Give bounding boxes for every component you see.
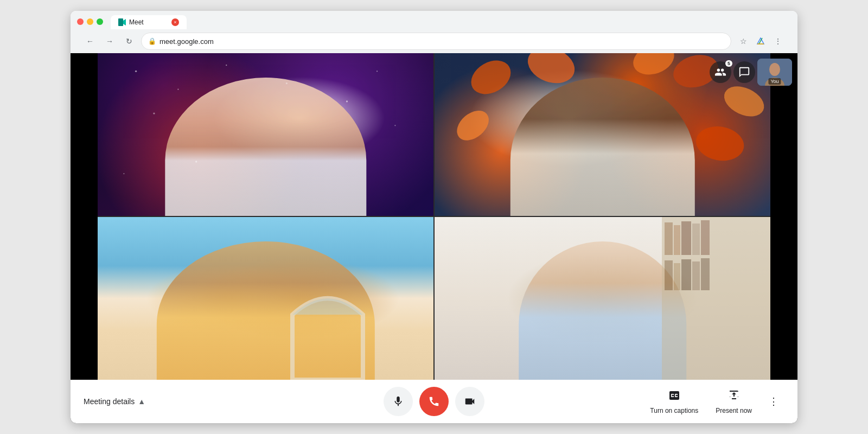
chevron-up-icon: ▲: [138, 397, 145, 406]
present-label: Present now: [716, 407, 752, 414]
svg-rect-30: [681, 259, 691, 290]
captions-icon: [668, 389, 681, 405]
window-maximize-btn[interactable]: [97, 18, 103, 25]
drive-btn[interactable]: [753, 34, 768, 49]
captions-label: Turn on captions: [650, 407, 698, 414]
participants-count: 5: [725, 60, 732, 67]
video-cell-4: [435, 217, 770, 380]
participants-btn[interactable]: 5: [710, 61, 731, 83]
svg-marker-1: [123, 19, 126, 25]
present-btn[interactable]: Present now: [709, 387, 758, 417]
video-grid: [98, 53, 770, 380]
mic-btn[interactable]: [384, 387, 413, 416]
chat-btn[interactable]: [733, 61, 755, 83]
person-2-overlay: [510, 78, 694, 216]
svg-point-20: [693, 123, 746, 164]
right-panel: [770, 53, 797, 380]
svg-point-13: [123, 173, 124, 174]
svg-rect-31: [692, 261, 700, 290]
window-close-btn[interactable]: [77, 18, 84, 25]
chrome-tabs-row: Meet ×: [77, 15, 791, 29]
svg-point-21: [629, 53, 678, 80]
person-3-overlay: [156, 241, 374, 380]
svg-rect-23: [665, 222, 673, 255]
browser-window: Meet × ← → ↻ 🔒 meet.google.com ☆: [71, 11, 797, 423]
svg-point-19: [451, 105, 495, 146]
self-video-thumbnail[interactable]: You: [757, 59, 792, 86]
forward-btn[interactable]: →: [102, 34, 117, 49]
person-4-overlay: [519, 241, 687, 380]
lock-icon: 🔒: [148, 37, 156, 45]
svg-line-3: [759, 38, 762, 44]
svg-point-10: [376, 71, 378, 72]
meet-content: 5 You: [71, 53, 797, 423]
svg-point-8: [226, 65, 227, 66]
url-text: meet.google.com: [159, 37, 214, 46]
video-grid-area: 5 You: [71, 53, 797, 380]
svg-point-11: [346, 100, 348, 102]
meet-top-controls: 5 You: [710, 59, 792, 86]
tab-favicon: [118, 18, 126, 26]
left-panel: [71, 53, 98, 380]
svg-rect-26: [692, 224, 700, 255]
tab-title: Meet: [129, 18, 144, 26]
chrome-titlebar: Meet × ← → ↻ 🔒 meet.google.com ☆: [71, 11, 797, 53]
present-icon: [727, 389, 741, 405]
window-controls: [77, 18, 110, 29]
controls-right: Turn on captions Present now ⋮: [643, 387, 784, 417]
svg-rect-32: [701, 258, 710, 290]
more-options-btn[interactable]: ⋮: [763, 391, 784, 412]
svg-rect-0: [118, 18, 123, 26]
svg-rect-27: [701, 220, 710, 255]
svg-rect-24: [674, 225, 680, 255]
svg-point-5: [135, 71, 137, 72]
svg-point-18: [719, 80, 769, 122]
meet-bottom-bar: Meeting details ▲: [71, 380, 797, 423]
svg-point-7: [153, 112, 155, 114]
back-btn[interactable]: ←: [82, 34, 98, 49]
video-cell-1: [98, 53, 433, 216]
meeting-details-btn[interactable]: Meeting details ▲: [84, 397, 145, 406]
camera-btn[interactable]: [455, 387, 484, 416]
menu-btn[interactable]: ⋮: [770, 34, 786, 49]
svg-point-15: [465, 54, 516, 101]
bookmark-btn[interactable]: ☆: [736, 34, 751, 49]
svg-point-12: [394, 125, 395, 126]
self-video-label: You: [768, 78, 781, 85]
window-minimize-btn[interactable]: [87, 18, 93, 25]
address-bar[interactable]: 🔒 meet.google.com: [141, 33, 731, 50]
video-cell-3: [98, 217, 433, 380]
browser-tab[interactable]: Meet ×: [111, 15, 187, 29]
more-options-icon: ⋮: [769, 395, 778, 407]
end-call-btn[interactable]: [419, 387, 449, 416]
svg-point-34: [769, 63, 780, 76]
meeting-details-label: Meeting details: [84, 397, 135, 406]
toolbar-actions: ☆ ⋮: [736, 34, 786, 49]
captions-btn[interactable]: Turn on captions: [643, 387, 705, 417]
tab-close-btn[interactable]: ×: [171, 18, 179, 26]
chrome-toolbar: ← → ↻ 🔒 meet.google.com ☆ ⋮: [77, 29, 791, 53]
controls-center: [384, 387, 484, 416]
svg-point-6: [177, 89, 178, 90]
tab-close-icon: ×: [174, 20, 176, 25]
reload-btn[interactable]: ↻: [122, 34, 137, 49]
person-1-overlay: [165, 78, 366, 216]
svg-rect-25: [681, 221, 691, 255]
